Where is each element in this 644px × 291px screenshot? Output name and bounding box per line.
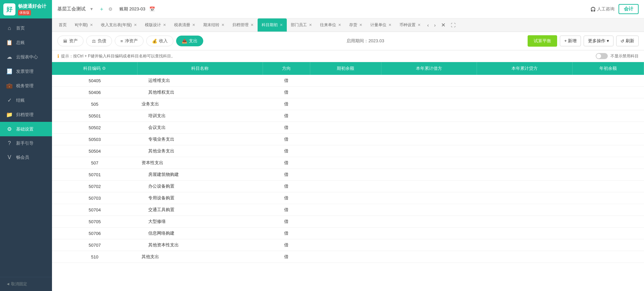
tab-币种设置[interactable]: 币种设置✕ (395, 18, 425, 32)
tab-close-6[interactable]: ✕ (251, 23, 254, 27)
tab-close-1[interactable]: ✕ (90, 23, 93, 27)
tab-label-5: 期末结转 (203, 22, 219, 28)
cell-credit-13 (477, 228, 573, 239)
sidebar-unpin[interactable]: ◄ 取消固定 (0, 277, 52, 291)
sidebar-icon-6: 📁 (6, 111, 13, 118)
tab-计量单位[interactable]: 计量单位✕ (366, 18, 395, 32)
help-button[interactable]: 🎧 人工咨询 (590, 6, 614, 12)
sidebar-item-首页[interactable]: ⌂首页 (0, 21, 52, 35)
tab-存货[interactable]: 存货✕ (345, 18, 366, 32)
tab-close-10[interactable]: ✕ (359, 23, 362, 27)
sub-tab-支出[interactable]: 📤支出 (176, 36, 203, 46)
col-settings-icon[interactable]: ⚙ (102, 66, 106, 71)
table-row[interactable]: 50701 房屋建筑物购建 借 (52, 169, 644, 181)
sidebar-item-归档管理[interactable]: 📁归档管理 (0, 107, 52, 122)
cell-direction-9: 借 (263, 181, 310, 192)
tab-close-4[interactable]: ✕ (192, 23, 195, 27)
disable-toggle[interactable] (596, 53, 608, 59)
cell-name-9: 办公设备购置 (138, 181, 263, 192)
table-row[interactable]: 50704 交通工具购置 借 (52, 204, 644, 216)
tab-往来单位[interactable]: 往来单位✕ (316, 18, 345, 32)
tab-部门员工[interactable]: 部门员工✕ (287, 18, 316, 32)
table-row[interactable]: 50706 信息网络购建 借 (52, 228, 644, 239)
tab-首页[interactable]: 首页 (55, 18, 71, 32)
more-icon: ▾ (607, 38, 609, 43)
settings-icon[interactable]: ⚙ (108, 6, 113, 12)
tab-close-7[interactable]: ✕ (280, 23, 283, 27)
tab-close-9[interactable]: ✕ (338, 23, 341, 27)
sub-tab-净资产[interactable]: ≡净资产 (115, 36, 144, 46)
sub-tab-label-3: 收入 (159, 38, 168, 44)
sidebar-item-新手引导[interactable]: ?新手引导 (0, 136, 52, 150)
sidebar-item-基础设置[interactable]: ⚙基础设置 (0, 122, 52, 136)
table-row[interactable]: 505 业务支出 借 (52, 98, 644, 110)
tab-label-12: 币种设置 (399, 22, 416, 28)
cell-balance-11 (310, 204, 381, 216)
table-row[interactable]: 50702 办公设备购置 借 (52, 181, 644, 192)
cell-debit-6 (381, 145, 477, 157)
tab-close-5[interactable]: ✕ (221, 23, 224, 27)
table-row[interactable]: 50707 其他资本性支出 借 (52, 239, 644, 251)
account-button[interactable]: 会计 (619, 4, 639, 14)
tab-¥(中期)[interactable]: ¥(中期)✕ (71, 18, 97, 32)
tab-close-2[interactable]: ✕ (134, 23, 137, 27)
cell-name-2: 业务支出 (138, 98, 263, 110)
refresh-button[interactable]: ↺ 刷新 (616, 36, 639, 46)
sidebar-item-畅会员[interactable]: V畅会员 (0, 150, 52, 164)
tab-收入支出表(年报)[interactable]: 收入支出表(年报)✕ (97, 18, 141, 32)
calendar-icon[interactable]: 📅 (149, 6, 155, 12)
tab-close-12[interactable]: ✕ (418, 23, 421, 27)
cell-year-balance-5 (573, 134, 644, 145)
sub-tab-icon-0: 🏛 (63, 39, 67, 44)
sub-tab-负债[interactable]: ⚖负债 (86, 36, 112, 46)
tab-next-icon[interactable]: › (431, 21, 438, 29)
table-row[interactable]: 507 资本性支出 借 (52, 157, 644, 169)
cell-direction-2: 借 (263, 98, 310, 110)
sidebar-item-总账[interactable]: 📋总账 (0, 35, 52, 50)
sidebar-item-结账[interactable]: ✓结账 (0, 93, 52, 107)
company-chevron-icon[interactable]: ▼ (90, 7, 94, 11)
table-row[interactable]: 510 其他支出 借 (52, 251, 644, 263)
more-button[interactable]: 更多操作 ▾ (584, 36, 613, 46)
table-row[interactable]: 50406 其他维权支出 借 (52, 87, 644, 98)
sidebar-icon-3: 🧾 (6, 68, 13, 75)
add-button[interactable]: + 新增 (560, 36, 581, 46)
header-right: 🎧 人工咨询 会计 (590, 4, 639, 14)
cell-balance-9 (310, 181, 381, 192)
table-row[interactable]: 50705 大型修缮 借 (52, 216, 644, 228)
tab-模版设计[interactable]: 模版设计✕ (141, 18, 170, 32)
cell-code-9: 50702 (52, 181, 138, 192)
cell-debit-10 (381, 192, 477, 204)
tab-close-11[interactable]: ✕ (388, 23, 391, 27)
add-company-icon[interactable]: ＋ (99, 6, 104, 13)
tab-税表清册[interactable]: 税表清册✕ (170, 18, 199, 32)
tab-close-all-icon[interactable]: ✕ (438, 20, 448, 30)
sidebar-item-云报表中心[interactable]: ☁云报表中心 (0, 50, 52, 64)
sidebar: 好 畅捷通好会计 体验版 ⌂首页📋总账☁云报表中心🧾发票管理💼税务管理✓结账📁归… (0, 0, 52, 291)
cell-year-balance-15 (573, 251, 644, 263)
logo-text-area: 畅捷通好会计 体验版 (18, 3, 46, 15)
balance-button[interactable]: 试算平衡 (528, 35, 557, 47)
sidebar-label-0: 首页 (16, 25, 25, 31)
sub-tab-资产[interactable]: 🏛资产 (57, 36, 84, 46)
tab-close-3[interactable]: ✕ (163, 23, 166, 27)
table-row[interactable]: 50502 会议支出 借 (52, 122, 644, 134)
table-row[interactable]: 50405 运维维支出 借 (52, 75, 644, 87)
sub-tab-icon-4: 📤 (182, 39, 187, 44)
table-row[interactable]: 50503 专项业务支出 借 (52, 134, 644, 145)
tab-期末结转[interactable]: 期末结转✕ (199, 18, 228, 32)
tab-expand-icon[interactable]: ⛶ (448, 21, 458, 29)
table-row[interactable]: 50501 培训支出 借 (52, 110, 644, 122)
cell-credit-0 (477, 75, 573, 87)
tab-close-8[interactable]: ✕ (309, 23, 312, 27)
tab-prev-icon[interactable]: ‹ (425, 21, 432, 29)
cell-balance-15 (310, 251, 381, 263)
table-row[interactable]: 50504 其他业务支出 借 (52, 145, 644, 157)
tab-归档管理[interactable]: 归档管理✕ (228, 18, 258, 32)
sidebar-item-税务管理[interactable]: 💼税务管理 (0, 79, 52, 93)
sub-tab-收入[interactable]: 💰收入 (146, 36, 173, 46)
sidebar-label-5: 结账 (16, 97, 25, 103)
sidebar-item-发票管理[interactable]: 🧾发票管理 (0, 64, 52, 79)
tab-科目期初[interactable]: 科目期初✕ (258, 18, 287, 32)
table-row[interactable]: 50703 专用设备购置 借 (52, 192, 644, 204)
